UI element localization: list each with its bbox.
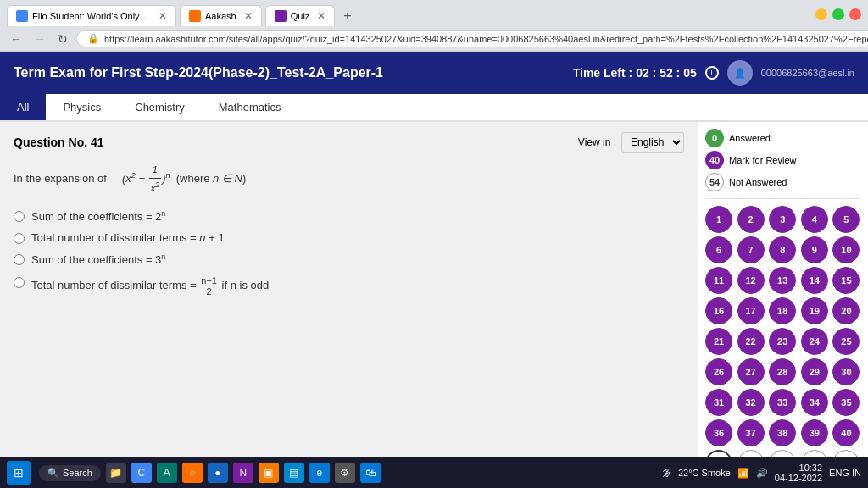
start-button[interactable]: ⊞ bbox=[7, 461, 31, 485]
volume-icon: 🔊 bbox=[756, 468, 768, 479]
question-number-btn-31[interactable]: 31 bbox=[705, 389, 732, 416]
search-bar[interactable]: 🔍 Search bbox=[39, 465, 101, 481]
timer-info-icon[interactable]: i bbox=[705, 66, 719, 80]
windows-icon: ⊞ bbox=[14, 466, 24, 480]
question-number-btn-15[interactable]: 15 bbox=[832, 267, 860, 294]
new-tab-button[interactable]: + bbox=[338, 8, 356, 24]
taskbar-settings[interactable]: ⚙ bbox=[335, 463, 355, 483]
question-number-btn-20[interactable]: 20 bbox=[832, 297, 860, 324]
question-number-btn-13[interactable]: 13 bbox=[769, 267, 796, 294]
window-controls bbox=[815, 8, 861, 24]
minimize-button[interactable] bbox=[815, 8, 827, 20]
question-number-btn-8[interactable]: 8 bbox=[769, 236, 796, 263]
question-number-btn-30[interactable]: 30 bbox=[832, 358, 860, 385]
question-number-btn-17[interactable]: 17 bbox=[737, 297, 765, 324]
question-number-btn-36[interactable]: 36 bbox=[705, 419, 732, 446]
weather-icon: 🌫 bbox=[662, 468, 671, 478]
tab-all[interactable]: All bbox=[0, 94, 46, 120]
close-button[interactable] bbox=[849, 8, 861, 20]
language-select[interactable]: English Hindi bbox=[621, 132, 684, 152]
question-number-btn-21[interactable]: 21 bbox=[705, 328, 732, 355]
status-not-answered: 54 Not Answered bbox=[705, 173, 861, 191]
taskbar-app3[interactable]: ● bbox=[208, 463, 228, 483]
question-number-btn-37[interactable]: 37 bbox=[737, 419, 765, 446]
divider bbox=[705, 198, 861, 199]
taskbar-edge[interactable]: e bbox=[309, 463, 330, 483]
system-clock: 10:32 04-12-2022 bbox=[775, 463, 822, 483]
tab-label-3: Quiz bbox=[291, 11, 310, 21]
option-a-radio[interactable] bbox=[14, 211, 25, 222]
option-c-label: Sum of the coefficients = 3n bbox=[31, 252, 165, 266]
taskbar-chrome[interactable]: C bbox=[131, 463, 152, 483]
taskbar-app5[interactable]: ▣ bbox=[259, 463, 279, 483]
question-number-btn-6[interactable]: 6 bbox=[705, 236, 732, 263]
taskbar-app2[interactable]: ○ bbox=[182, 463, 203, 483]
back-nav-button[interactable]: ← bbox=[7, 30, 25, 47]
mark-review-badge: 40 bbox=[705, 151, 724, 169]
taskbar-app1[interactable]: A bbox=[157, 463, 177, 483]
reload-button[interactable]: ↻ bbox=[54, 30, 71, 47]
option-a[interactable]: Sum of the coefficients = 2n bbox=[14, 209, 684, 223]
tab-2[interactable]: Aakash ✕ bbox=[180, 5, 262, 26]
question-number-btn-22[interactable]: 22 bbox=[737, 328, 765, 355]
option-b[interactable]: Total number of dissimilar terms = n + 1 bbox=[14, 231, 684, 244]
question-number-btn-27[interactable]: 27 bbox=[737, 358, 765, 385]
option-b-radio[interactable] bbox=[14, 233, 25, 244]
tab-3[interactable]: Quiz ✕ bbox=[265, 5, 336, 26]
question-number-btn-1[interactable]: 1 bbox=[705, 206, 732, 233]
question-number-btn-4[interactable]: 4 bbox=[801, 206, 828, 233]
time-display: 10:32 bbox=[775, 463, 822, 473]
taskbar-app4[interactable]: N bbox=[233, 463, 253, 483]
option-c[interactable]: Sum of the coefficients = 3n bbox=[14, 252, 684, 266]
tab-close-1[interactable]: ✕ bbox=[159, 10, 167, 22]
tab-close-3[interactable]: ✕ bbox=[317, 10, 326, 22]
question-header: Question No. 41 View in : English Hindi bbox=[14, 132, 684, 152]
question-number-btn-28[interactable]: 28 bbox=[769, 358, 796, 385]
question-number-btn-33[interactable]: 33 bbox=[769, 389, 796, 416]
question-number-btn-16[interactable]: 16 bbox=[705, 297, 732, 324]
question-number-btn-26[interactable]: 26 bbox=[705, 358, 732, 385]
question-number-btn-38[interactable]: 38 bbox=[769, 419, 796, 446]
question-number-btn-7[interactable]: 7 bbox=[737, 236, 765, 263]
forward-nav-button[interactable]: → bbox=[31, 30, 49, 47]
question-number-btn-2[interactable]: 2 bbox=[737, 206, 765, 233]
question-number-btn-23[interactable]: 23 bbox=[769, 328, 796, 355]
tab-physics[interactable]: Physics bbox=[46, 94, 118, 120]
question-number-btn-39[interactable]: 39 bbox=[801, 419, 828, 446]
status-mark-review: 40 Mark for Review bbox=[705, 151, 861, 169]
question-number-btn-5[interactable]: 5 bbox=[832, 206, 860, 233]
question-number-btn-9[interactable]: 9 bbox=[801, 236, 828, 263]
question-number-btn-12[interactable]: 12 bbox=[737, 267, 765, 294]
tab-bar: Filo Student: World's Only Live In... ✕ … bbox=[0, 0, 868, 26]
question-number-btn-24[interactable]: 24 bbox=[801, 328, 828, 355]
tab-close-2[interactable]: ✕ bbox=[244, 10, 253, 22]
option-d[interactable]: Total number of dissimilar terms = n+12 … bbox=[14, 275, 684, 297]
address-bar[interactable]: 🔒 https://learn.aakashitutor.com/sites/a… bbox=[76, 30, 868, 47]
option-c-radio[interactable] bbox=[14, 254, 25, 265]
taskbar-explorer[interactable]: 📁 bbox=[106, 463, 126, 483]
question-number-btn-25[interactable]: 25 bbox=[832, 328, 860, 355]
question-number-btn-11[interactable]: 11 bbox=[705, 267, 732, 294]
question-number-btn-34[interactable]: 34 bbox=[801, 389, 828, 416]
taskbar-store[interactable]: 🛍 bbox=[360, 463, 381, 483]
tab-1[interactable]: Filo Student: World's Only Live In... ✕ bbox=[7, 5, 176, 26]
maximize-button[interactable] bbox=[832, 8, 844, 20]
question-number-btn-40[interactable]: 40 bbox=[832, 419, 860, 446]
question-number-btn-35[interactable]: 35 bbox=[832, 389, 860, 416]
question-number-btn-10[interactable]: 10 bbox=[832, 236, 860, 263]
option-b-label: Total number of dissimilar terms = n + 1 bbox=[31, 231, 225, 244]
tab-mathematics[interactable]: Mathematics bbox=[202, 94, 298, 120]
question-number-btn-3[interactable]: 3 bbox=[769, 206, 796, 233]
question-number-btn-32[interactable]: 32 bbox=[737, 389, 765, 416]
sidebar: 0 Answered 40 Mark for Review 54 Not Ans… bbox=[698, 122, 868, 474]
question-number-btn-29[interactable]: 29 bbox=[801, 358, 828, 385]
tab-label-2: Aakash bbox=[205, 11, 236, 21]
option-d-radio[interactable] bbox=[14, 277, 25, 288]
question-number-btn-19[interactable]: 19 bbox=[801, 297, 828, 324]
date-display: 04-12-2022 bbox=[775, 473, 822, 483]
question-number-btn-14[interactable]: 14 bbox=[801, 267, 828, 294]
taskbar-app6[interactable]: ▤ bbox=[284, 463, 304, 483]
option-a-label: Sum of the coefficients = 2n bbox=[31, 209, 165, 223]
tab-chemistry[interactable]: Chemistry bbox=[118, 94, 202, 120]
question-number-btn-18[interactable]: 18 bbox=[769, 297, 796, 324]
